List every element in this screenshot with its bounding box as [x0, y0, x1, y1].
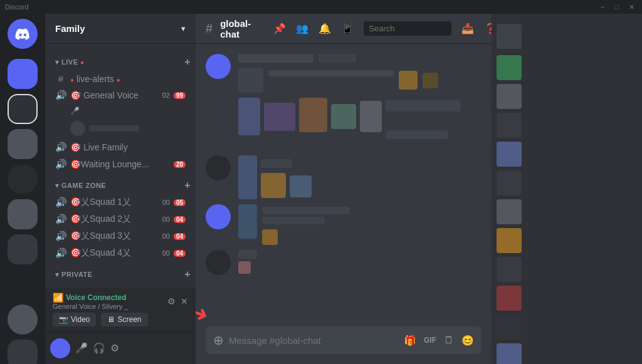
msg-img-2d: [331, 104, 356, 129]
category-gamezone-add[interactable]: +: [184, 180, 191, 191]
emoji-icon[interactable]: 😊: [461, 335, 474, 346]
count-squad1-1: 00: [162, 199, 170, 206]
header-search-input[interactable]: [364, 21, 451, 36]
message-input-tools: 🎁 GIF 🗒 😊: [404, 335, 474, 346]
channel-general-voice[interactable]: 🔊 🎯 General Voice 02 99: [50, 87, 191, 103]
minimize-button[interactable]: −: [598, 3, 607, 11]
channel-name-squad1: 🎯乂Squad 1乂: [70, 197, 159, 208]
server-icon-8[interactable]: [8, 304, 38, 335]
msg-text-1: [268, 70, 394, 76]
gif-icon[interactable]: GIF: [424, 336, 436, 345]
speaker-icon-5: 🔊: [55, 214, 66, 225]
app-title: Discord: [5, 3, 28, 11]
video-icon: 📷: [59, 315, 68, 324]
headphones-icon[interactable]: 🎧: [93, 342, 105, 354]
help-icon[interactable]: ❓: [484, 23, 492, 34]
voice-settings-icon[interactable]: ⚙: [167, 296, 176, 306]
channel-squad3[interactable]: 🔊 🎯乂Squad 3乂 00 04: [50, 228, 191, 244]
maximize-button[interactable]: □: [612, 3, 621, 11]
category-live-add[interactable]: +: [184, 56, 191, 68]
channel-private-chat[interactable]: # private-chat: [50, 283, 191, 288]
channel-badge-99: 99: [174, 92, 186, 99]
msg-text-2a: [386, 100, 461, 112]
message-input-box: ⊕ 🎁 GIF 🗒 😊: [206, 326, 482, 354]
server-icon-2[interactable]: [8, 94, 38, 124]
voice-icon-controls: ⚙ ✕: [167, 296, 188, 306]
voice-connected-label: 📶 Voice Connected: [53, 293, 128, 303]
channel-live-family[interactable]: 🔊 🎯 Live Family: [50, 139, 191, 155]
mic-icon[interactable]: 🎤: [75, 342, 88, 354]
msg-avatar-5: [206, 250, 231, 275]
channel-squad2[interactable]: 🔊 🎯乂Squad 2乂 00 04: [50, 211, 191, 227]
msg-text-4a: [262, 207, 350, 214]
stream-icon[interactable]: 📱: [341, 23, 354, 34]
msg-img-1c: [423, 73, 438, 88]
channel-waiting-lounge[interactable]: 🔊 🎯Waiting Lounge... 20: [50, 156, 191, 172]
message-row-5: [206, 250, 482, 275]
server-icon-9[interactable]: [8, 340, 38, 364]
sticker-icon[interactable]: 🗒: [444, 335, 454, 346]
msg-img-4a: [238, 204, 257, 239]
member-avatar-blur-1: [70, 121, 85, 136]
main-content: # global-chat Global Chat is also known …: [196, 14, 492, 364]
channel-name-squad2: 🎯乂Squad 2乂: [70, 214, 159, 225]
channel-squad1[interactable]: 🔊 🎯乂Squad 1乂 00 05: [50, 194, 191, 211]
member-list: [492, 14, 642, 364]
discord-home-button[interactable]: [8, 19, 38, 49]
hash-icon: #: [55, 73, 66, 84]
msg-avatar-4: [206, 204, 231, 229]
voice-actions: 📷 Video 🖥 Screen: [53, 313, 188, 326]
members-icon[interactable]: 👥: [296, 23, 308, 34]
server-icon-4[interactable]: [8, 164, 38, 194]
member-block-3: [497, 84, 522, 109]
member-block-8: [497, 228, 522, 253]
voice-channel-name: General Voice / Silvery _: [53, 303, 128, 310]
screen-icon: 🖥: [107, 315, 115, 324]
add-content-button[interactable]: ⊕: [213, 333, 224, 348]
channel-name-live-alerts: ● live-alerts ●: [70, 74, 186, 84]
close-button[interactable]: ✕: [626, 3, 637, 11]
server-icon-7[interactable]: [8, 269, 38, 299]
voice-panel: 📶 Voice Connected General Voice / Silver…: [45, 288, 196, 331]
member-block-1: [497, 24, 522, 49]
category-gamezone[interactable]: ▾ GAME ZONE +: [45, 177, 196, 194]
badge-squad3: 04: [174, 233, 186, 240]
inbox-icon[interactable]: 📥: [461, 23, 474, 34]
server-icon-1[interactable]: [8, 59, 38, 89]
msg-text-2b: [386, 114, 442, 123]
channel-count-02: 02: [162, 91, 170, 99]
window-controls: − □ ✕: [598, 3, 637, 11]
server-list: [0, 14, 45, 364]
speaker-icon-6: 🔊: [55, 231, 66, 242]
pin-icon[interactable]: 📌: [273, 23, 286, 34]
category-private-label: ▾ PRIVATE: [55, 271, 93, 279]
notification-icon[interactable]: 🔔: [318, 23, 331, 34]
category-live[interactable]: ▾ LIVE ● +: [45, 54, 196, 70]
category-private[interactable]: ▾ PRIVATE +: [45, 266, 196, 283]
badge-squad2: 04: [174, 216, 186, 223]
header-tools: 📌 👥 🔔 📱 📥 ❓: [273, 21, 492, 36]
channel-member-row-1[interactable]: [50, 118, 191, 138]
server-icon-5[interactable]: [8, 199, 38, 229]
gift-icon[interactable]: 🎁: [404, 335, 416, 346]
channel-squad4[interactable]: 🔊 🎯乂Squad 4乂 00 04: [50, 245, 191, 261]
msg-content-2: [238, 98, 482, 150]
message-input[interactable]: [229, 335, 399, 346]
video-button[interactable]: 📷 Video: [53, 313, 96, 326]
voice-disconnect-icon[interactable]: ✕: [181, 296, 188, 306]
channel-name-squad4: 🎯乂Squad 4乂: [70, 247, 159, 259]
server-icon-6[interactable]: [8, 234, 38, 264]
msg-img-1a: [238, 68, 263, 93]
msg-avatar-3: [206, 155, 231, 180]
server-icon-3[interactable]: [8, 129, 38, 159]
screen-button[interactable]: 🖥 Screen: [101, 313, 147, 326]
user-settings-icon[interactable]: ⚙: [110, 342, 119, 354]
member-block-10: [497, 286, 522, 311]
msg-img-2e: [360, 101, 382, 132]
messages-area[interactable]: [196, 44, 492, 326]
server-name: Family: [55, 23, 85, 34]
server-header[interactable]: Family ▾: [45, 14, 196, 44]
channel-live-alerts[interactable]: # ● live-alerts ●: [50, 71, 191, 86]
category-private-add[interactable]: +: [184, 269, 191, 280]
member-block-4: [497, 113, 522, 138]
